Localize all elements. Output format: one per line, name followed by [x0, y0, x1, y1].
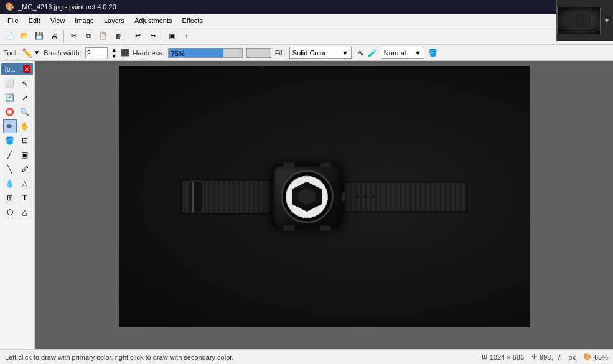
fill-dropdown-arrow: ▼: [342, 49, 349, 57]
ellipse-tool[interactable]: ⭕: [3, 105, 17, 119]
brush-width-icon[interactable]: ⬛: [121, 49, 129, 57]
tool-row-10: ⬡ △: [1, 205, 33, 219]
status-hint: Left click to draw with primary color, r…: [5, 353, 233, 361]
hand-tool[interactable]: ✋: [18, 119, 32, 133]
menu-effects[interactable]: Effects: [177, 14, 208, 27]
toolbox-title-bar[interactable]: To... ✕: [1, 63, 33, 75]
recolor-tool[interactable]: 🖊: [18, 162, 32, 176]
dimensions-icon: ⊞: [482, 353, 487, 361]
tool-row-5: 🪣 ⊟: [1, 134, 33, 147]
thumbnail-arrow[interactable]: ▼: [601, 7, 613, 34]
tool-row-7: ╲ 🖊: [1, 162, 33, 176]
print-button[interactable]: 🖨: [47, 29, 61, 43]
new-button[interactable]: 📄: [2, 29, 16, 43]
blend-dropdown-arrow: ▼: [414, 49, 421, 57]
brush-tool[interactable]: ╱: [3, 148, 17, 162]
blend-value: Normal: [384, 49, 406, 57]
options-bar: Tool: ✏️ ▼ Brush width: ▲ ▼ ⬛ Hardness: …: [0, 45, 613, 61]
move-selection-tool[interactable]: ↗: [18, 91, 32, 105]
brush-width-down[interactable]: ▼: [111, 53, 117, 59]
menu-image[interactable]: Image: [70, 14, 99, 27]
window-title: 🎨 _MG_4216.jpg - paint.net 4.0.20: [5, 2, 116, 11]
title-bar: 🎨 _MG_4216.jpg - paint.net 4.0.20 ─ □ ✕: [0, 0, 613, 14]
paste-button[interactable]: 📋: [96, 29, 110, 43]
hardness-slider[interactable]: 75%: [168, 48, 243, 58]
deselect-button[interactable]: ↑: [180, 29, 194, 43]
select-all-button[interactable]: ▣: [165, 29, 179, 43]
color-picker-tool[interactable]: 💧: [3, 177, 17, 190]
status-coordinates: ✛ 998, -7: [531, 353, 561, 361]
dimensions-value: 1024 × 683: [490, 353, 524, 361]
color-wheel-icon[interactable]: 🧪: [368, 49, 377, 57]
status-bar: Left click to draw with primary color, r…: [0, 349, 613, 364]
brush-width-input[interactable]: [85, 47, 108, 58]
status-dimensions: ⊞ 1024 × 683: [482, 353, 524, 361]
lasso-tool[interactable]: 🔄: [3, 91, 17, 105]
menu-file[interactable]: File: [2, 14, 24, 27]
tool-row-8: 💧 △: [1, 177, 33, 190]
menu-layers[interactable]: Layers: [99, 14, 129, 27]
paint-bucket-tool[interactable]: 🪣: [3, 134, 17, 147]
menu-bar: File Edit View Image Layers Adjustments …: [0, 14, 613, 27]
toolbox-panel: To... ✕ ⬜ ↖ 🔄 ↗ ⭕ 🔍 ✏ ✋ 🪣 ⊟ ╱ ▣ ╲ 🖊: [0, 61, 35, 349]
cut-button[interactable]: ✂: [67, 29, 80, 43]
tool-row-4: ✏ ✋: [1, 119, 33, 133]
gradient-tool[interactable]: △: [18, 177, 32, 190]
zoom-value: 65%: [594, 353, 608, 361]
brush-width-label: Brush width:: [44, 49, 82, 57]
canvas-frame[interactable]: [119, 66, 530, 327]
flow-icon: ∿: [358, 49, 364, 57]
resize-tool[interactable]: ⊞: [3, 191, 17, 205]
redo-button[interactable]: ↪: [146, 29, 159, 43]
save-button[interactable]: 💾: [32, 29, 46, 43]
rectangle-select-tool[interactable]: ⬜: [3, 77, 17, 90]
tool-icon: ✏️: [22, 48, 32, 58]
coordinates-value: 998, -7: [540, 353, 561, 361]
menu-edit[interactable]: Edit: [24, 14, 45, 27]
separator3: [162, 30, 162, 42]
coord-icon: ✛: [531, 353, 537, 361]
menu-view[interactable]: View: [45, 14, 70, 27]
open-button[interactable]: 📂: [17, 29, 31, 43]
tool-row-6: ╱ ▣: [1, 148, 33, 162]
separator: [63, 30, 64, 42]
copy-button[interactable]: ⧉: [82, 29, 95, 43]
toolbox-title-label: To...: [4, 66, 16, 73]
tool-row-1: ⬜ ↖: [1, 77, 33, 90]
brush-width-up[interactable]: ▲: [111, 47, 117, 53]
canvas-area[interactable]: [35, 61, 613, 349]
line-tool[interactable]: ╲: [3, 162, 17, 176]
menu-adjustments[interactable]: Adjustments: [129, 14, 177, 27]
zoom-tool[interactable]: 🔍: [18, 105, 32, 119]
status-units: px: [568, 353, 576, 361]
tool-label: Tool:: [4, 49, 18, 57]
shape-tool[interactable]: ⬡: [3, 205, 17, 219]
toolbox-close-button[interactable]: ✕: [23, 65, 30, 73]
main-area: To... ✕ ⬜ ↖ 🔄 ↗ ⭕ 🔍 ✏ ✋ 🪣 ⊟ ╱ ▣ ╲ 🖊: [0, 61, 613, 349]
move-tool[interactable]: ↖: [18, 77, 32, 90]
separator2: [128, 30, 128, 42]
extra-tool[interactable]: △: [18, 205, 32, 219]
hardness-label: Hardness:: [133, 49, 164, 57]
fill-value: Solid Color: [292, 49, 326, 57]
status-right: ⊞ 1024 × 683 ✛ 998, -7 px 🎨 65%: [482, 353, 608, 361]
blend-mode-dropdown[interactable]: Normal ▼: [381, 47, 424, 59]
delete-button[interactable]: 🗑: [111, 29, 125, 43]
eraser-tool[interactable]: ▣: [18, 148, 32, 162]
tool-row-9: ⊞ T: [1, 191, 33, 205]
text-tool[interactable]: T: [18, 191, 32, 205]
tool-row-2: 🔄 ↗: [1, 91, 33, 105]
clone-stamp-tool[interactable]: ⊟: [18, 134, 32, 147]
tool-dropdown[interactable]: ▼: [34, 49, 40, 56]
hardness-preview: [246, 48, 271, 58]
zoom-icon: 🎨: [583, 353, 592, 361]
fill-dropdown[interactable]: Solid Color ▼: [289, 47, 352, 59]
title-text: _MG_4216.jpg - paint.net 4.0.20: [18, 3, 116, 11]
pencil-tool[interactable]: ✏: [3, 119, 17, 133]
undo-button[interactable]: ↩: [131, 29, 144, 43]
units-value: px: [568, 353, 576, 361]
blend-extra-icon[interactable]: 🪣: [428, 49, 438, 57]
fill-label: Fill:: [275, 49, 286, 57]
hardness-value: 75%: [171, 49, 185, 58]
status-zoom: 🎨 65%: [583, 353, 608, 361]
